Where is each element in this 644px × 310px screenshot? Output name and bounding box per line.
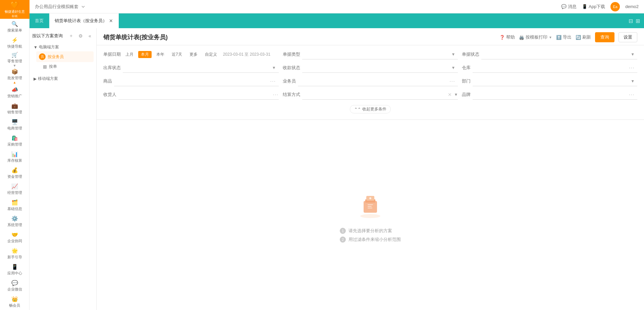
sidebar-item-purchase[interactable]: 🛍️ 采购管理 (0, 133, 29, 149)
filter-area: 单据日期 上月 本月 本年 近7天 更多 自定义 2023-03-01 至 20… (97, 45, 644, 120)
header-right: 💬 消息 📱 App下载 Ea demo2 (561, 2, 639, 11)
tab-close-btn[interactable]: ✕ (109, 18, 113, 23)
settlement-input[interactable] (302, 90, 446, 99)
date-tab-7days[interactable]: 近7天 (169, 51, 185, 58)
salesperson-scheme-icon: 员 (39, 53, 46, 60)
sidebar-label-wholesale: 批发管理 (7, 75, 22, 81)
mobile-section-header[interactable]: ▶ 移动端方案 (32, 74, 94, 83)
sidebar-item-wechat[interactable]: 💬 企业微信 (0, 278, 29, 294)
goods-select[interactable]: ··· (114, 76, 279, 86)
filter-doc-status: 单据状态 ▼ (462, 49, 637, 59)
top-header: 办公用品行业模拟账套 💬 消息 📱 App下载 Ea demo2 (30, 0, 644, 13)
right-main: 销货单统计表(按业务员) ❓ 帮助 🖨️ 按模板打印 ▼ ⬆️ (97, 28, 644, 310)
tip-num-1: 1 (340, 228, 346, 234)
sidebar-item-basic[interactable]: 🗂️ 基础信息 (0, 197, 29, 213)
tab-home-label: 首页 (35, 18, 44, 24)
sidebar-item-shortcut[interactable]: ⚡ 快捷导航 (0, 35, 29, 51)
tab-sales-stats[interactable]: 销货单统计表（按业务员） ✕ (49, 13, 119, 28)
sidebar-item-appcenter[interactable]: 📱 应用中心 (0, 262, 29, 278)
date-tab-current-year[interactable]: 本年 (154, 51, 167, 58)
app-download-btn[interactable]: 📱 App下载 (582, 4, 605, 10)
sidebar-item-newbie[interactable]: 🌟 新手引导 (0, 246, 29, 262)
user-avatar[interactable]: Ea (610, 2, 620, 11)
query-btn[interactable]: 查询 (595, 32, 614, 42)
filter-salesperson: 业务员 ··· (283, 76, 458, 86)
doc-type-select[interactable]: ▼ (302, 49, 458, 59)
warehouse-dots: ··· (629, 65, 635, 70)
left-panel-title: 按以下方案查询 (32, 33, 63, 39)
empty-tip-1: 1 请先选择要分析的方案 (340, 228, 401, 234)
date-tab-last-month[interactable]: 上月 (123, 51, 136, 58)
sidebar-label-appcenter: 应用中心 (7, 271, 22, 276)
message-btn[interactable]: 💬 消息 (561, 4, 577, 10)
collapse-filters-btn[interactable]: ⌃⌃ 收起更多条件 (350, 105, 391, 113)
sidebar-item-marketing[interactable]: 📣 营销推广 (0, 85, 29, 101)
window-controls: ⊟ ⊞ (629, 18, 644, 24)
sidebar-label-member: 畅会员 (9, 303, 20, 308)
brand-label: 品牌 (462, 92, 471, 98)
salesperson-select[interactable]: ··· (298, 76, 458, 86)
template-print-btn[interactable]: 🖨️ 按模板打印 ▼ (519, 34, 552, 40)
doc-status-label: 单据状态 (462, 51, 479, 57)
doc-status-select[interactable]: ▼ (481, 49, 637, 59)
logo-icon: 🧡 (10, 1, 19, 9)
sidebar-item-system[interactable]: ⚙️ 系统管理 (0, 213, 29, 229)
sidebar-item-enterprise[interactable]: 🤝 企业协同 (0, 229, 29, 246)
dept-select[interactable]: ▼ (473, 76, 637, 86)
collect-status-label: 收款状态 (283, 65, 300, 71)
doc-status-chevron: ▼ (631, 52, 635, 57)
refresh-btn[interactable]: 🔄 刷新 (576, 34, 591, 40)
sidebar-nav: 🔍 搜索菜单 ⚡ 快捷导航 🛒 零售管理 ▼ 📦 批发管理 ▲ 📣 营销推广 💼… (0, 19, 29, 310)
sidebar-label-ecommerce: 电商管理 (7, 126, 22, 131)
tab-home[interactable]: 首页 (30, 13, 49, 28)
logo-subtext: 标账 (12, 14, 18, 18)
sub-scheme-order[interactable]: ⊞ 按单 (40, 62, 94, 71)
export-btn[interactable]: ⬆️ 导出 (556, 34, 572, 40)
sub-order-label: 按单 (49, 64, 57, 69)
desktop-section-header[interactable]: ▼ 电脑端方案 (32, 43, 94, 51)
scheme-item-salesperson[interactable]: 员 按业务员 (36, 51, 94, 62)
sidebar-item-ecommerce[interactable]: 🖥️ 电商管理 (0, 117, 29, 133)
collapse-panel-btn[interactable]: « (86, 32, 94, 40)
svg-point-0 (360, 214, 380, 218)
date-tab-more[interactable]: 更多 (187, 51, 200, 58)
page-actions: ❓ 帮助 🖨️ 按模板打印 ▼ ⬆️ 导出 � (499, 32, 637, 42)
sidebar-label-purchase: 采购管理 (7, 142, 22, 147)
left-panel: 按以下方案查询 ＋ ⚙ « ▼ 电脑端方案 员 按业务员 ⊞ 按 (30, 28, 97, 310)
brand-select[interactable]: ··· (473, 90, 637, 100)
sidebar-item-retail[interactable]: 🛒 零售管理 ▼ (0, 51, 29, 68)
settlement-clear-btn[interactable]: ✕ (446, 92, 454, 97)
sidebar-label-sales: 销售管理 (7, 110, 22, 115)
breadcrumb-dropdown[interactable] (81, 5, 85, 9)
warehouse-label: 仓库 (462, 65, 471, 71)
sidebar-item-finance[interactable]: 💰 资金管理 (0, 165, 29, 181)
shortcut-icon: ⚡ (11, 37, 18, 43)
sidebar-item-sales[interactable]: 💼 销售管理 (0, 101, 29, 117)
logo-text: 畅捷通好生意 (5, 9, 25, 14)
minimize-btn[interactable]: ⊟ (629, 18, 633, 24)
help-btn[interactable]: ❓ 帮助 (499, 34, 515, 40)
expand-icon: ▼ (13, 64, 16, 67)
settings-btn[interactable]: 设置 (619, 32, 637, 42)
salesperson-label: 业务员 (283, 78, 296, 84)
add-scheme-btn[interactable]: ＋ (67, 32, 75, 40)
settings-scheme-btn[interactable]: ⚙ (77, 32, 84, 40)
settlement-chevron: ▼ (454, 92, 458, 97)
sidebar-item-inventory[interactable]: 📊 库存核算 (0, 149, 29, 165)
warehouse-select[interactable]: ··· (473, 63, 637, 73)
sidebar-label-marketing: 营销推广 (7, 94, 22, 99)
maximize-btn[interactable]: ⊞ (636, 18, 640, 24)
collect-status-select[interactable]: ▼ (302, 63, 458, 73)
date-tab-custom[interactable]: 自定义 (202, 51, 220, 58)
date-range-display: 2023-03-01 至 2023-03-31 (223, 52, 270, 57)
recipient-input[interactable] (118, 90, 273, 99)
date-tab-current-month[interactable]: 本月 (138, 51, 152, 58)
empty-tips: 1 请先选择要分析的方案 2 用过滤条件来缩小分析范围 (340, 228, 401, 243)
tip-text-2: 用过滤条件来缩小分析范围 (348, 237, 401, 243)
main-container: 办公用品行业模拟账套 💬 消息 📱 App下载 Ea demo2 首页 销货单统… (30, 0, 644, 310)
sidebar-item-search[interactable]: 🔍 搜索菜单 (0, 19, 29, 35)
out-status-select[interactable]: ▼ (123, 63, 279, 73)
sidebar-item-member[interactable]: 👑 畅会员 (0, 294, 29, 310)
sidebar-item-operations[interactable]: 📈 经营管理 (0, 181, 29, 197)
sidebar-item-wholesale[interactable]: 📦 批发管理 ▲ (0, 68, 29, 85)
